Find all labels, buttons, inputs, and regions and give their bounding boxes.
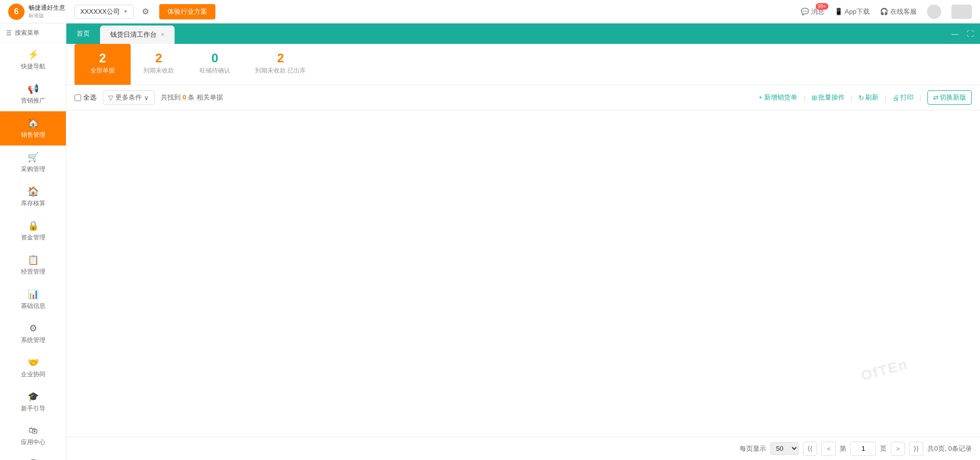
sidebar-item-label: 新手引导 [21,404,45,413]
page-prefix: 第 [840,444,846,453]
found-text: 共找到 0 条 相关单据 [161,93,223,102]
sidebar-item-inventory[interactable]: 🏠 库存核算 [0,180,66,214]
refresh-btn[interactable]: ↻ 刷新 [859,93,878,102]
tab-bar: 首页 钱货日清工作台 × — ⛶ [66,23,980,44]
select-all-input[interactable] [75,94,81,101]
sidebar-item-basic-info[interactable]: 📊 基础信息 [0,282,66,317]
online-service-btn[interactable]: 🎧 在线客服 [880,7,917,16]
settings-icon[interactable]: ⚙ [138,4,153,19]
status-count-all: 2 [99,52,106,64]
logo-text: 畅捷通好生意 标准版 [29,4,65,19]
sidebar-item-system[interactable]: ⚙ 系统管理 [0,317,66,351]
company-name: XXXXXX公司 [80,7,120,16]
divider-1: | [803,94,805,102]
sidebar-item-wechat[interactable]: 💬 企业微信 [0,453,66,460]
page-size-label: 每页显示 [740,444,766,453]
chevron-down-icon: ▼ [123,9,128,14]
logo-area: 6 畅捷通好生意 标准版 [8,4,75,20]
status-card-all[interactable]: 2 全部单据 [75,44,131,85]
print-btn[interactable]: 🖨 打印 [893,93,914,102]
page-content: 2 全部单据 2 到期未收款 0 旺铺待确认 2 到期未收款 已出库 [66,44,980,460]
app-download-label: App下载 [845,7,870,16]
filter-icon: ▽ [108,94,113,102]
refresh-label: 刷新 [865,93,878,102]
found-prefix: 共找到 [161,93,181,101]
select-all-checkbox[interactable]: 全选 [75,93,96,102]
last-page-btn[interactable]: ⟩⟩ [909,442,923,456]
message-btn[interactable]: 💬 消息 99+ [801,7,824,16]
sidebar-item-label: 基础信息 [21,302,45,310]
status-count-overdue-shipped: 2 [277,52,284,64]
status-card-pending[interactable]: 0 旺铺待确认 [187,44,243,85]
prev-page-btn[interactable]: ＜ [821,442,836,456]
page-input[interactable] [850,442,876,456]
minimize-icon[interactable]: — [949,28,961,40]
message-badge: 99+ [816,3,828,10]
sidebar-item-operations[interactable]: 📋 经营管理 [0,248,66,282]
pagination-bar: 每页显示 20 50 100 ⟨⟨ ＜ 第 页 ＞ ⟩⟩ 共0页, 0条记录 [66,437,980,460]
close-tab-icon[interactable]: × [161,31,164,38]
batch-label: 批量操作 [818,93,845,102]
sidebar-item-quick-nav[interactable]: ⚡ 快捷导航 [0,43,66,77]
header-right: 💬 消息 99+ 📱 App下载 🎧 在线客服 [801,5,972,19]
sidebar-item-label: 应用中心 [21,438,45,447]
sidebar: ☰ 搜索菜单 ⚡ 快捷导航 📢 营销推广 🏠 销售管理 🛒 采购管理 🏠 库存核… [0,23,66,460]
found-suffix: 条 相关单据 [188,93,223,101]
app-logo-icon: 6 [8,4,24,20]
message-icon: 💬 [801,8,809,15]
divider-3: | [885,94,886,102]
app-download-btn[interactable]: 📱 App下载 [835,7,870,16]
refresh-icon: ↻ [859,94,864,102]
chevron-down-icon: ∨ [144,94,149,102]
basic-info-icon: 📊 [28,288,39,300]
filter-btn[interactable]: ▽ 更多条件 ∨ [103,90,155,105]
top-header: 6 畅捷通好生意 标准版 XXXXXX公司 ▼ ⚙ 体验行业方案 💬 消息 99… [0,0,980,23]
sidebar-item-purchase[interactable]: 🛒 采购管理 [0,146,66,180]
status-card-overdue[interactable]: 2 到期未收款 [131,44,187,85]
switch-icon: ⇄ [933,94,939,102]
page-suffix: 页 [880,444,887,453]
print-icon: 🖨 [893,94,899,102]
tab-cash-flow[interactable]: 钱货日清工作台 × [100,26,175,44]
finance-icon: 🔒 [28,220,39,231]
switch-btn[interactable]: ⇄ 切换新版 [927,90,972,105]
newbie-icon: 🎓 [28,391,39,402]
online-service-label: 在线客服 [890,7,917,16]
search-menu-icon: ☰ [6,30,12,37]
sidebar-item-label: 采购管理 [21,165,45,174]
user-name[interactable] [951,5,972,19]
sidebar-item-finance[interactable]: 🔒 资金管理 [0,214,66,248]
purchase-icon: 🛒 [28,152,39,163]
sidebar-item-label: 资金管理 [21,233,45,242]
sidebar-item-marketing[interactable]: 📢 营销推广 [0,77,66,111]
divider-2: | [851,94,852,102]
next-page-btn[interactable]: ＞ [891,442,905,456]
divider-4: | [920,94,921,102]
found-count: 0 [183,93,186,101]
sidebar-item-search-menu[interactable]: ☰ 搜索菜单 [0,23,66,43]
sidebar-item-newbie[interactable]: 🎓 新手引导 [0,385,66,419]
status-count-overdue: 2 [155,52,162,64]
switch-label: 切换新版 [940,93,966,102]
company-selector[interactable]: XXXXXX公司 ▼ [75,5,134,19]
toolbar-right: + 新增销货单 | ⊞ 批量操作 | ↻ 刷新 | 🖨 打印 [758,90,972,105]
first-page-btn[interactable]: ⟨⟨ [803,442,817,456]
sidebar-item-sales[interactable]: 🏠 销售管理 [0,111,66,146]
sidebar-item-label: 系统管理 [21,336,45,345]
sidebar-item-apps[interactable]: 🛍 应用中心 [0,419,66,453]
table-area [66,110,980,437]
tab-home-label: 首页 [77,29,90,38]
sidebar-item-enterprise[interactable]: 🤝 企业协同 [0,351,66,385]
avatar[interactable] [927,5,941,19]
batch-btn[interactable]: ⊞ 批量操作 [812,93,845,102]
page-size-select[interactable]: 20 50 100 [770,442,799,455]
sidebar-item-label: 企业协同 [21,370,45,379]
maximize-icon[interactable]: ⛶ [965,28,976,40]
tab-home[interactable]: 首页 [66,23,100,44]
marketing-icon: 📢 [28,83,39,94]
experience-btn[interactable]: 体验行业方案 [159,4,215,19]
status-card-overdue-shipped[interactable]: 2 到期未收款 已出库 [243,44,318,85]
enterprise-icon: 🤝 [28,357,39,368]
new-sale-btn[interactable]: + 新增销货单 [758,93,797,102]
status-label-overdue-shipped: 到期未收款 已出库 [255,66,306,75]
